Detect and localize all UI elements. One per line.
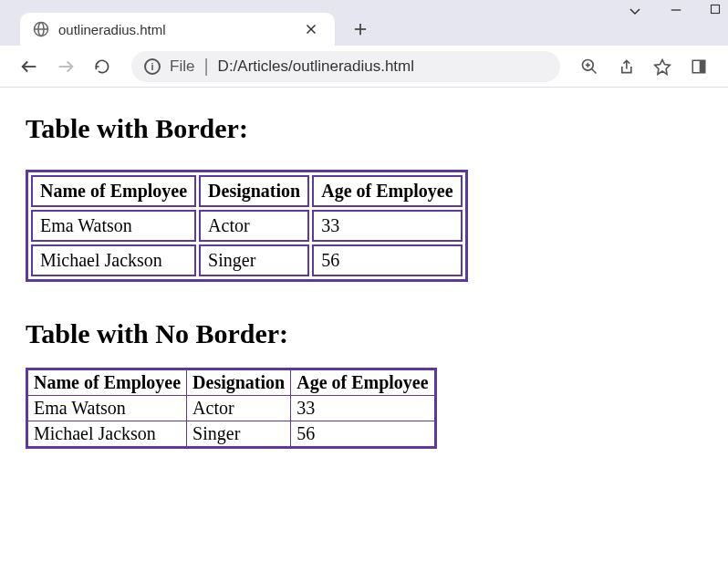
cell: Singer	[199, 244, 309, 276]
browser-toolbar: i File | D:/Articles/outlineradius.html	[0, 46, 728, 88]
share-icon[interactable]	[613, 54, 639, 79]
cell: 33	[291, 396, 435, 421]
new-tab-button[interactable]	[346, 15, 375, 44]
heading-border: Table with Border:	[26, 113, 702, 144]
col-header: Designation	[199, 175, 309, 207]
cell: Singer	[187, 421, 291, 448]
minimize-icon[interactable]	[670, 4, 682, 18]
svg-rect-18	[700, 60, 705, 73]
tab-title: outlineradius.html	[58, 22, 300, 37]
cell: 56	[312, 244, 462, 276]
svg-line-12	[592, 68, 597, 73]
url-separator: |	[203, 56, 208, 77]
cell: 56	[291, 421, 435, 448]
svg-rect-8	[712, 5, 720, 14]
table-no-border: Name of Employee Designation Age of Empl…	[26, 368, 437, 449]
address-bar[interactable]: i File | D:/Articles/outlineradius.html	[131, 51, 560, 82]
table-row: Ema Watson Actor 33	[31, 210, 463, 242]
zoom-icon[interactable]	[577, 54, 602, 79]
col-header: Name of Employee	[27, 369, 187, 396]
heading-no-border: Table with No Border:	[26, 318, 702, 349]
table-row: Name of Employee Designation Age of Empl…	[27, 369, 436, 396]
cell: Actor	[199, 210, 309, 242]
table-row: Name of Employee Designation Age of Empl…	[31, 175, 463, 207]
cell: 33	[312, 210, 462, 242]
browser-titlebar: outlineradius.html	[0, 0, 728, 46]
page-content: Table with Border: Name of Employee Desi…	[0, 88, 728, 474]
url-scheme: File	[170, 57, 194, 76]
close-tab-button[interactable]	[300, 18, 322, 40]
browser-tab[interactable]: outlineradius.html	[20, 13, 335, 46]
table-with-border: Name of Employee Designation Age of Empl…	[26, 170, 468, 282]
cell: Ema Watson	[31, 210, 196, 242]
chevron-down-icon[interactable]	[628, 4, 642, 18]
reload-button[interactable]	[89, 54, 115, 79]
cell: Michael Jackson	[27, 421, 187, 448]
cell: Michael Jackson	[31, 244, 196, 276]
table-row: Ema Watson Actor 33	[27, 396, 436, 421]
window-controls	[628, 4, 721, 18]
forward-button[interactable]	[53, 54, 78, 79]
info-icon[interactable]: i	[144, 58, 161, 75]
svg-marker-16	[655, 59, 671, 74]
col-header: Name of Employee	[31, 175, 196, 207]
col-header: Age of Employee	[291, 369, 435, 396]
table-row: Michael Jackson Singer 56	[31, 244, 463, 276]
cell: Actor	[187, 396, 291, 421]
globe-icon	[33, 21, 49, 37]
back-button[interactable]	[16, 54, 42, 79]
col-header: Age of Employee	[312, 175, 462, 207]
maximize-icon[interactable]	[710, 4, 721, 18]
sidepanel-icon[interactable]	[686, 54, 712, 79]
col-header: Designation	[187, 369, 291, 396]
url-path: D:/Articles/outlineradius.html	[218, 57, 414, 76]
star-icon[interactable]	[650, 54, 675, 79]
table-row: Michael Jackson Singer 56	[27, 421, 436, 448]
cell: Ema Watson	[27, 396, 187, 421]
